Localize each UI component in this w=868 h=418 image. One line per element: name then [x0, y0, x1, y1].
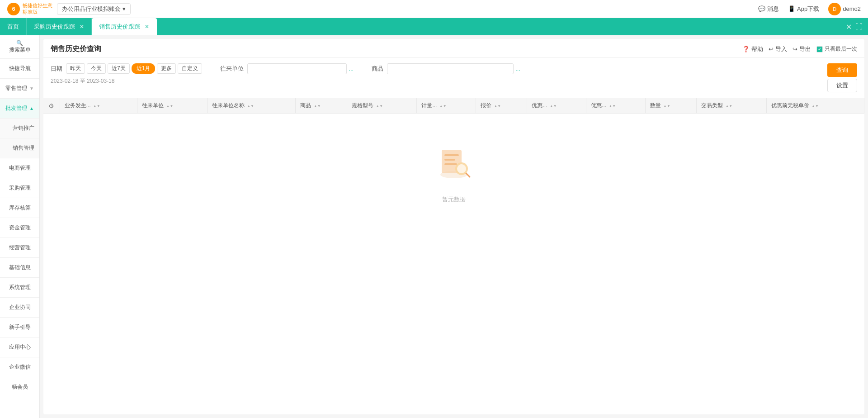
btn-last7days[interactable]: 近7天: [108, 63, 130, 74]
sidebar-item-inventory[interactable]: 库存核算: [0, 198, 39, 218]
sort-icon: ▲▼: [314, 104, 321, 108]
table-container: ⚙ 业务发生... ▲▼ 往来单位 ▲▼ 往来单位名称: [43, 98, 864, 414]
sort-icon: ▲▼: [663, 104, 670, 108]
minimize-icon[interactable]: ✕: [846, 23, 852, 31]
import-icon: ↩: [769, 46, 774, 52]
svg-point-6: [457, 164, 466, 173]
col-pretax-price[interactable]: 优惠前无税单价 ▲▼: [766, 98, 864, 114]
download-icon: 📱: [788, 5, 795, 12]
sidebar-item-retail[interactable]: 零售管理 ▼: [0, 79, 39, 99]
sort-icon: ▲▼: [439, 104, 447, 108]
tab-spacer: [157, 18, 846, 35]
search-icon: 🔍: [16, 40, 23, 46]
sidebar-item-enterprise-wechat[interactable]: 企业微信: [0, 357, 39, 377]
table-header-row: ⚙ 业务发生... ▲▼ 往来单位 ▲▼ 往来单位名称: [43, 98, 864, 114]
date-buttons: 昨天 今天 近7天 近1月 更多 自定义: [66, 63, 202, 74]
tab-home[interactable]: 首页: [0, 18, 27, 35]
content-area: 销售历史价查询 ❓ 帮助 ↩ 导入 ↪ 导出: [40, 35, 868, 418]
tab-sales-history[interactable]: 销售历史价跟踪 ✕: [92, 18, 157, 35]
logo-area: 6 畅捷信好生意 标准版: [7, 3, 52, 15]
page-actions: ❓ 帮助 ↩ 导入 ↪ 导出 只看最后一次: [742, 45, 857, 53]
partner-input[interactable]: [247, 63, 347, 74]
sidebar-item-app-center[interactable]: 应用中心: [0, 337, 39, 357]
sidebar-item-purchase[interactable]: 采购管理: [0, 178, 39, 198]
goods-input[interactable]: [387, 63, 514, 74]
sort-icon: ▲▼: [609, 104, 616, 108]
svg-rect-3: [444, 159, 455, 161]
col-unit[interactable]: 计量... ▲▼: [417, 98, 476, 114]
sidebar-item-member[interactable]: 畅会员: [0, 377, 39, 397]
chevron-up-icon: ▲: [29, 106, 34, 111]
col-partner-name[interactable]: 往来单位名称 ▲▼: [207, 98, 296, 114]
sort-icon: ▲▼: [550, 104, 557, 108]
header-right: 💬 消息 📱 App下载 D demo2: [758, 3, 861, 15]
import-button[interactable]: ↩ 导入: [769, 45, 787, 53]
logo-text: 畅捷信好生意 标准版: [23, 3, 52, 14]
col-quantity[interactable]: 数量 ▲▼: [645, 98, 696, 114]
checkbox-icon: [816, 46, 823, 52]
app-download-action[interactable]: 📱 App下载: [788, 5, 819, 13]
sort-icon: ▲▼: [494, 104, 501, 108]
gear-icon[interactable]: ⚙: [48, 102, 54, 109]
sidebar-item-enterprise-collab[interactable]: 企业协同: [0, 298, 39, 318]
sidebar-item-new-guide[interactable]: 新手引导: [0, 318, 39, 337]
tab-purchase-history[interactable]: 采购历史价跟踪 ✕: [27, 18, 92, 35]
header-left: 6 畅捷信好生意 标准版 办公用品行业模拟账套 ▾: [7, 3, 131, 15]
col-partner-code[interactable]: 往来单位 ▲▼: [137, 98, 208, 114]
sidebar-item-sales-mgmt[interactable]: 销售管理: [0, 138, 39, 158]
goods-lookup-icon[interactable]: ...: [515, 66, 520, 72]
page-header: 销售历史价查询 ❓ 帮助 ↩ 导入 ↪ 导出: [43, 39, 864, 58]
sidebar-item-wholesale[interactable]: 批发管理 ▲: [0, 99, 39, 119]
message-action[interactable]: 💬 消息: [758, 5, 779, 13]
page-container: 销售历史价查询 ❓ 帮助 ↩ 导入 ↪ 导出: [43, 39, 864, 414]
col-trade-type[interactable]: 交易类型 ▲▼: [697, 98, 767, 114]
sidebar-item-finance[interactable]: 资金管理: [0, 218, 39, 238]
sidebar-item-basic-info[interactable]: 基础信息: [0, 258, 39, 278]
workspace-selector[interactable]: 办公用品行业模拟账套 ▾: [57, 3, 131, 15]
svg-rect-4: [444, 163, 457, 165]
tab-purchase-close-icon[interactable]: ✕: [80, 24, 84, 30]
btn-custom[interactable]: 自定义: [178, 63, 202, 74]
sidebar-item-marketing[interactable]: 营销推广: [0, 119, 39, 138]
main-layout: 🔍 搜索菜单 快捷导航 零售管理 ▼ 批发管理 ▲ 营销推广 销售管理 电商管理…: [0, 35, 868, 418]
page-title: 销售历史价查询: [51, 44, 101, 54]
partner-input-group: ...: [247, 63, 354, 74]
logo-icon: 6: [7, 3, 20, 15]
sidebar-item-system[interactable]: 系统管理: [0, 278, 39, 298]
chevron-down-icon: ▾: [123, 5, 126, 12]
partner-filter-group: 往来单位 ...: [220, 63, 354, 74]
top-header: 6 畅捷信好生意 标准版 办公用品行业模拟账套 ▾ 💬 消息 📱 App下载 D…: [0, 0, 868, 18]
btn-today[interactable]: 今天: [87, 63, 106, 74]
col-quoted-price[interactable]: 报价 ▲▼: [476, 98, 527, 114]
query-button[interactable]: 查询: [827, 63, 857, 77]
user-action[interactable]: D demo2: [828, 3, 861, 15]
only-last-checkbox[interactable]: 只看最后一次: [816, 45, 857, 53]
sort-icon: ▲▼: [811, 104, 819, 108]
data-table: ⚙ 业务发生... ▲▼ 往来单位 ▲▼ 往来单位名称: [43, 98, 864, 114]
btn-yesterday[interactable]: 昨天: [66, 63, 85, 74]
col-discount2[interactable]: 优惠... ▲▼: [586, 98, 646, 114]
setting-button[interactable]: 设置: [827, 79, 857, 92]
col-biz-date[interactable]: 业务发生... ▲▼: [60, 98, 137, 114]
sidebar-item-operations[interactable]: 经营管理: [0, 238, 39, 258]
btn-last1month[interactable]: 近1月: [132, 63, 156, 74]
tab-sales-close-icon[interactable]: ✕: [145, 24, 149, 30]
export-button[interactable]: ↪ 导出: [793, 45, 811, 53]
btn-more[interactable]: 更多: [157, 63, 176, 74]
date-filter-group: 日期 昨天 今天 近7天 近1月 更多 自定义: [51, 63, 202, 74]
col-spec[interactable]: 规格型号 ▲▼: [347, 98, 417, 114]
sidebar-item-search-menu[interactable]: 🔍 搜索菜单: [0, 35, 39, 59]
col-discount1[interactable]: 优惠... ▲▼: [527, 98, 586, 114]
sidebar-item-quick-nav[interactable]: 快捷导航: [0, 59, 39, 79]
window-controls: ✕ ⛶: [846, 18, 868, 35]
help-button[interactable]: ❓ 帮助: [742, 45, 763, 53]
message-icon: 💬: [758, 5, 765, 12]
empty-icon: [434, 141, 474, 190]
col-gear[interactable]: ⚙: [43, 98, 60, 114]
sort-icon: ▲▼: [166, 104, 174, 108]
col-goods[interactable]: 商品 ▲▼: [296, 98, 347, 114]
date-range-display: 2023-02-18 至 2023-03-18: [51, 77, 202, 85]
partner-lookup-icon[interactable]: ...: [349, 66, 354, 72]
sidebar-item-ecommerce[interactable]: 电商管理: [0, 158, 39, 178]
maximize-icon[interactable]: ⛶: [855, 23, 863, 31]
